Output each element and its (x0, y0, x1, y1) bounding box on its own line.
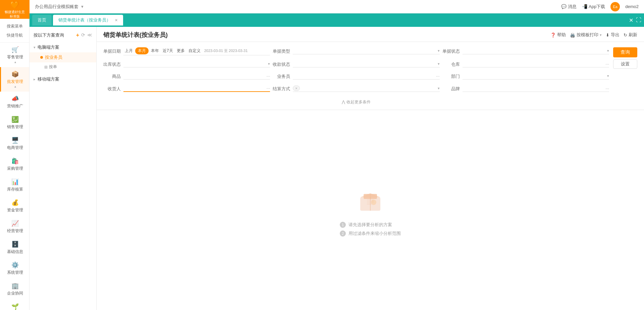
page-title: 销货单统计表(按业务员) (103, 31, 168, 39)
export-label: 导出 (611, 32, 620, 38)
inventory-icon: 📊 (11, 178, 19, 186)
sidebar-item-purchase[interactable]: 🛍️ 采购管理 (0, 154, 29, 175)
filter-area: 单据日期 上月 本月 本年 近7天 更多 自定义 2023-03-01 至 20… (97, 42, 644, 110)
doc-type-input[interactable] (293, 48, 437, 53)
refresh-button[interactable]: ↻ 刷新 (624, 32, 637, 38)
brand-dots-icon[interactable]: ··· (605, 86, 609, 91)
scheme-group-pc-header[interactable]: ▾ 电脑端方案 (30, 42, 96, 52)
top-header: 办公用品行业模拟账套 ▾ 💬 消息 📲 App下载 Ea demo2 (30, 0, 644, 13)
staff-input[interactable] (293, 73, 436, 79)
warehouse-input[interactable] (463, 61, 606, 66)
sidebar-item-inventory[interactable]: 📊 库存核算 (0, 175, 29, 196)
filter-warehouse: 仓库 ··· (442, 60, 609, 69)
sidebar-item-retail[interactable]: 🛒 零售管理 ▴ (0, 43, 29, 67)
dept-input[interactable] (463, 73, 607, 79)
doc-type-arrow-icon[interactable]: ▾ (438, 49, 440, 53)
warehouse-dots-icon[interactable]: ··· (605, 61, 609, 66)
tab-close-icon[interactable]: ✕ (115, 18, 118, 22)
doc-status-arrow-icon[interactable]: ▾ (607, 49, 609, 53)
settle-tag: × (293, 86, 300, 91)
expand-arrow-icon: ▴ (14, 85, 16, 88)
date-btn-more[interactable]: 更多 (175, 47, 186, 54)
consignee-dots-icon[interactable]: ··· (266, 86, 270, 91)
sidebar-item-sales[interactable]: 💹 销售管理 (0, 112, 29, 133)
print-icon: 🖨️ (570, 33, 575, 38)
right-panel: 销货单统计表(按业务员) ❓ 帮助 🖨️ 按模板打印 ▾ ⬇ 导出 (97, 27, 644, 310)
help-button[interactable]: ❓ 帮助 (550, 32, 566, 38)
out-status-input[interactable] (123, 61, 268, 66)
sidebar-item-label: 企业协同 (7, 291, 23, 296)
sidebar-item-label: 营销推广 (7, 103, 23, 109)
receive-status-input[interactable] (293, 61, 437, 66)
filter-form: 单据日期 上月 本月 本年 近7天 更多 自定义 2023-03-01 至 20… (103, 46, 609, 106)
tip-2-num: 2 (340, 230, 346, 237)
doc-status-input[interactable] (463, 48, 607, 53)
filter-doc-type: 单据类型 ▾ (273, 47, 439, 56)
doc-status-label: 单据状态 (442, 48, 463, 54)
refresh-scheme-button[interactable]: ⟳ (81, 32, 85, 38)
out-status-arrow-icon[interactable]: ▾ (268, 62, 270, 66)
help-icon: ❓ (550, 33, 556, 38)
print-button[interactable]: 🖨️ 按模板打印 ▾ (570, 32, 602, 38)
filter-settle: 结算方式 × ▾ (273, 84, 439, 93)
sidebar-item-label: 销售管理 (7, 124, 23, 130)
sidebar-item-label: 资金管理 (7, 207, 23, 213)
date-btn-this-month[interactable]: 本月 (135, 47, 149, 54)
date-btn-custom[interactable]: 自定义 (187, 47, 202, 54)
sidebar-item-system[interactable]: ⚙️ 系统管理 (0, 258, 29, 279)
user-name[interactable]: demo2 (625, 4, 639, 9)
collapse-row: ⋀ 收起更多条件 (103, 97, 609, 106)
export-button[interactable]: ⬇ 导出 (606, 32, 620, 38)
setting-button[interactable]: 设置 (613, 59, 637, 69)
scheme-group-pc-label: 电脑端方案 (38, 44, 59, 50)
filter-row-4: 收货人 ··· 结算方式 (103, 84, 609, 93)
query-button[interactable]: 查询 (613, 47, 637, 57)
tab-sales-stat[interactable]: 销货单统计表（按业务员） ✕ (53, 15, 123, 25)
close-window-icon[interactable]: ✕ (629, 17, 633, 23)
breadcrumb-arrow-icon[interactable]: ▾ (81, 4, 84, 9)
sidebar-item-base[interactable]: 🗄️ 基础信息 (0, 237, 29, 258)
collapse-panel-button[interactable]: ≪ (87, 32, 92, 38)
sidebar-item-enterprise[interactable]: 🏢 企业协同 (0, 279, 29, 300)
goods-dots-icon[interactable]: ··· (266, 73, 270, 79)
receive-status-arrow-icon[interactable]: ▾ (438, 62, 440, 66)
sidebar-logo[interactable]: 🧡 畅捷通好生意 标准版 (0, 0, 30, 19)
tab-home[interactable]: 首页 (32, 15, 52, 25)
settle-arrow-icon[interactable]: ▾ (438, 86, 440, 91)
app-download-button[interactable]: 📲 App下载 (582, 4, 605, 10)
purchase-icon: 🛍️ (11, 157, 19, 165)
scheme-group-mobile-header[interactable]: ▸ 移动端方案 (30, 74, 96, 84)
dept-arrow-icon[interactable]: ▾ (607, 74, 609, 78)
scheme-item-by-staff[interactable]: 按业务员 (30, 52, 96, 62)
sidebar-item-ecom[interactable]: 🖥️ 电商管理 (0, 133, 29, 154)
sidebar-item-wholesale[interactable]: 📦 批发管理 ▴ (0, 67, 29, 92)
consignee-input[interactable] (123, 86, 266, 91)
scheme-item-by-order[interactable]: ⊞ 按单 (30, 62, 96, 71)
sidebar-item-newbie[interactable]: 🌱 新手引导 (0, 300, 29, 310)
settle-tag-x-button[interactable]: × (295, 86, 297, 90)
date-btn-prev-month[interactable]: 上月 (123, 47, 134, 54)
collapse-button[interactable]: ⋀ 收起更多条件 (342, 100, 370, 104)
consignee-label: 收货人 (103, 86, 123, 92)
sidebar-item-operation[interactable]: 📈 经营管理 (0, 216, 29, 237)
sidebar-item-marketing[interactable]: 📣 营销推广 (0, 92, 29, 112)
add-scheme-button[interactable]: + (76, 32, 79, 38)
sidebar-shortcut-label[interactable]: 快捷导航 (7, 31, 23, 40)
message-button[interactable]: 💬 消息 (561, 4, 577, 10)
svg-point-4 (371, 200, 376, 205)
left-panel: 按以下方案查询 + ⟳ ≪ ▾ 电脑端方案 按业务员 ⊞ (30, 27, 97, 310)
goods-input[interactable] (123, 73, 266, 79)
tab-sales-stat-label: 销货单统计表（按业务员） (58, 17, 111, 23)
sidebar-search-label[interactable]: 搜索菜单 (7, 21, 23, 31)
sidebar-item-label: 零售管理 (7, 54, 23, 60)
maximize-window-icon[interactable]: ⛶ (636, 17, 641, 23)
export-icon: ⬇ (606, 33, 609, 38)
sidebar-item-finance[interactable]: 💰 资金管理 (0, 196, 29, 216)
left-panel-title: 按以下方案查询 (34, 32, 64, 38)
date-btn-this-year[interactable]: 本年 (150, 47, 160, 54)
avatar[interactable]: Ea (610, 2, 620, 11)
staff-dots-icon[interactable]: ··· (436, 73, 440, 79)
scheme-item-by-order-label: 按单 (49, 64, 57, 70)
date-btn-7days[interactable]: 近7天 (161, 47, 174, 54)
brand-input[interactable] (463, 86, 606, 91)
